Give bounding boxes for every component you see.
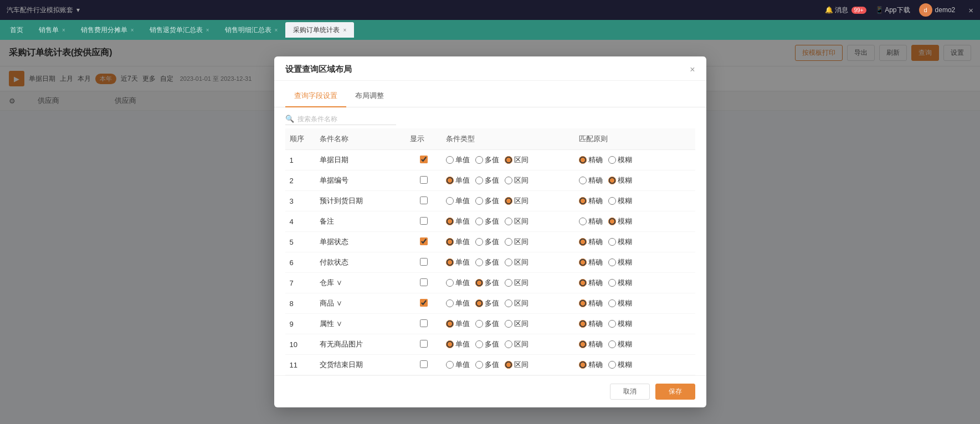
tab-sales-order-close[interactable]: × (62, 27, 65, 33)
radio-match-精确-5[interactable]: 精确 (579, 257, 603, 267)
radio-type-多值-4[interactable]: 多值 (475, 237, 499, 247)
radio-type-区间-10[interactable]: 区间 (505, 360, 529, 370)
radio-type-单值-9[interactable]: 单值 (446, 339, 470, 349)
checkbox-show-4[interactable] (420, 237, 428, 245)
app-title: 汽车配件行业模拟账套 (7, 6, 73, 15)
tab-sales-expense-label: 销售费用分摊单 (81, 25, 127, 35)
dialog-tab-query[interactable]: 查询字段设置 (285, 87, 346, 107)
user-area[interactable]: d demo2 (919, 3, 956, 17)
radio-type-多值-9[interactable]: 多值 (475, 339, 499, 349)
radio-match-模糊-6[interactable]: 模糊 (608, 278, 632, 288)
radio-type-单值-6[interactable]: 单值 (446, 278, 470, 288)
radio-match-模糊-8[interactable]: 模糊 (608, 319, 632, 329)
radio-type-区间-3[interactable]: 区间 (505, 216, 529, 226)
radio-type-区间-9[interactable]: 区间 (505, 339, 529, 349)
radio-type-多值-10[interactable]: 多值 (475, 360, 499, 370)
radio-match-模糊-7[interactable]: 模糊 (608, 298, 632, 308)
cell-match-6: 精确模糊 (574, 273, 695, 293)
radio-match-精确-4[interactable]: 精确 (579, 237, 603, 247)
window-close-button[interactable]: × (968, 6, 973, 15)
checkbox-show-6[interactable] (420, 278, 428, 286)
tab-sales-detail[interactable]: 销售明细汇总表 × (217, 22, 286, 38)
radio-match-精确-7[interactable]: 精确 (579, 298, 603, 308)
top-bar-right: 🔔 消息 99+ 📱 App下载 d demo2 × (825, 3, 973, 17)
radio-match-精确-8[interactable]: 精确 (579, 319, 603, 329)
tab-home[interactable]: 首页 (2, 22, 31, 38)
radio-type-区间-7[interactable]: 区间 (505, 298, 529, 308)
radio-type-单值-5[interactable]: 单值 (446, 257, 470, 267)
cell-type-2: 单值多值区间 (442, 191, 574, 211)
checkbox-show-0[interactable] (420, 156, 428, 163)
checkbox-show-9[interactable] (420, 340, 428, 348)
tab-purchase-order[interactable]: 采购订单统计表 × (285, 22, 354, 38)
notification-area[interactable]: 🔔 消息 99+ (825, 6, 866, 15)
radio-type-区间-5[interactable]: 区间 (505, 257, 529, 267)
cell-show-5 (406, 252, 442, 273)
radio-type-多值-0[interactable]: 多值 (475, 155, 499, 165)
radio-type-单值-0[interactable]: 单值 (446, 155, 470, 165)
tab-purchase-order-close[interactable]: × (343, 27, 346, 33)
download-area[interactable]: 📱 App下载 (875, 6, 910, 15)
cell-match-3: 精确模糊 (574, 211, 695, 232)
radio-type-多值-7[interactable]: 多值 (475, 298, 499, 308)
checkbox-show-7[interactable] (420, 299, 428, 307)
radio-group-match-10: 精确模糊 (579, 360, 691, 370)
radio-type-单值-10[interactable]: 单值 (446, 360, 470, 370)
radio-match-模糊-2[interactable]: 模糊 (608, 196, 632, 206)
search-input[interactable] (297, 115, 386, 123)
cancel-button[interactable]: 取消 (610, 384, 650, 400)
radio-type-区间-0[interactable]: 区间 (505, 155, 529, 165)
radio-type-单值-7[interactable]: 单值 (446, 298, 470, 308)
radio-match-模糊-10[interactable]: 模糊 (608, 360, 632, 370)
radio-group-match-5: 精确模糊 (579, 257, 691, 267)
tab-sales-order[interactable]: 销售单 × (31, 22, 73, 38)
tab-bar: 首页 销售单 × 销售费用分摊单 × 销售退货单汇总表 × 销售明细汇总表 × … (0, 20, 980, 40)
radio-type-区间-1[interactable]: 区间 (505, 175, 529, 185)
checkbox-show-2[interactable] (420, 197, 428, 204)
radio-type-区间-2[interactable]: 区间 (505, 196, 529, 206)
dialog-tab-layout[interactable]: 布局调整 (346, 87, 393, 107)
radio-match-模糊-0[interactable]: 模糊 (608, 155, 632, 165)
radio-type-单值-8[interactable]: 单值 (446, 319, 470, 329)
tab-sales-return-close[interactable]: × (206, 27, 209, 33)
radio-type-多值-5[interactable]: 多值 (475, 257, 499, 267)
cell-show-4 (406, 232, 442, 252)
radio-match-模糊-3[interactable]: 模糊 (608, 216, 632, 226)
radio-type-多值-1[interactable]: 多值 (475, 175, 499, 185)
tab-sales-expense[interactable]: 销售费用分摊单 × (73, 22, 142, 38)
radio-type-区间-4[interactable]: 区间 (505, 237, 529, 247)
checkbox-show-10[interactable] (420, 360, 428, 368)
radio-type-多值-2[interactable]: 多值 (475, 196, 499, 206)
dialog-close-button[interactable]: × (690, 65, 695, 74)
radio-match-精确-10[interactable]: 精确 (579, 360, 603, 370)
radio-type-单值-3[interactable]: 单值 (446, 216, 470, 226)
radio-match-精确-3[interactable]: 精确 (579, 216, 603, 226)
radio-match-精确-2[interactable]: 精确 (579, 196, 603, 206)
radio-match-模糊-4[interactable]: 模糊 (608, 237, 632, 247)
radio-type-多值-6[interactable]: 多值 (475, 278, 499, 288)
radio-match-精确-1[interactable]: 精确 (579, 175, 603, 185)
radio-type-单值-2[interactable]: 单值 (446, 196, 470, 206)
chevron-down-icon: ▾ (76, 6, 80, 14)
radio-type-多值-3[interactable]: 多值 (475, 216, 499, 226)
radio-match-精确-0[interactable]: 精确 (579, 155, 603, 165)
radio-match-精确-6[interactable]: 精确 (579, 278, 603, 288)
checkbox-show-1[interactable] (420, 176, 428, 184)
radio-type-区间-8[interactable]: 区间 (505, 319, 529, 329)
tab-sales-expense-close[interactable]: × (131, 27, 134, 33)
radio-type-多值-8[interactable]: 多值 (475, 319, 499, 329)
radio-type-区间-6[interactable]: 区间 (505, 278, 529, 288)
checkbox-show-3[interactable] (420, 217, 428, 225)
save-button[interactable]: 保存 (655, 384, 695, 400)
dialog-tab-layout-label: 布局调整 (355, 91, 384, 100)
checkbox-show-5[interactable] (420, 258, 428, 266)
tab-sales-detail-close[interactable]: × (275, 27, 278, 33)
radio-match-精确-9[interactable]: 精确 (579, 339, 603, 349)
radio-match-模糊-1[interactable]: 模糊 (608, 175, 632, 185)
radio-match-模糊-5[interactable]: 模糊 (608, 257, 632, 267)
checkbox-show-8[interactable] (420, 319, 428, 327)
tab-sales-return[interactable]: 销售退货单汇总表 × (142, 22, 217, 38)
radio-match-模糊-9[interactable]: 模糊 (608, 339, 632, 349)
radio-type-单值-4[interactable]: 单值 (446, 237, 470, 247)
radio-type-单值-1[interactable]: 单值 (446, 175, 470, 185)
